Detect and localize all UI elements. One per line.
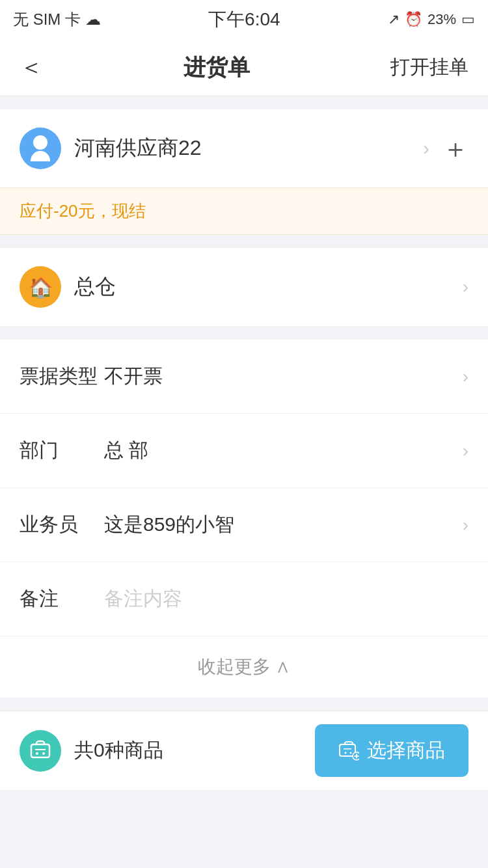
invoice-type-label: 票据类型 [20, 363, 104, 390]
avatar-head [33, 135, 47, 150]
status-time: 下午6:04 [208, 7, 280, 32]
remark-row[interactable]: 备注 备注内容 [0, 562, 488, 636]
salesperson-label: 业务员 [20, 511, 104, 538]
status-right: ↗ ⏰ 23% ▭ [388, 11, 475, 28]
svg-point-2 [42, 752, 45, 755]
nav-bar: ＜ 进货单 打开挂单 [0, 39, 488, 96]
select-product-label: 选择商品 [367, 737, 445, 764]
salesperson-chevron-icon: › [463, 515, 468, 536]
invoice-type-chevron-icon: › [463, 366, 468, 387]
remark-input[interactable]: 备注内容 [104, 586, 468, 612]
collapse-button[interactable]: 收起更多 ∧ [0, 636, 488, 698]
notice-banner: 应付-20元，现结 [0, 187, 488, 235]
warehouse-chevron-icon: › [463, 277, 468, 297]
page-background [0, 790, 488, 868]
bottom-bar: 共0种商品 选择商品 [0, 711, 488, 790]
invoice-type-row[interactable]: 票据类型 不开票 › [0, 339, 488, 413]
avatar-person-shape [31, 135, 50, 161]
back-button[interactable]: ＜ [20, 51, 43, 83]
warehouse-icon: 🏠 [29, 276, 53, 299]
add-supplier-button[interactable]: ＋ [442, 135, 468, 161]
middle-divider-1 [0, 235, 488, 248]
department-value: 总 部 [104, 437, 463, 464]
department-label: 部门 [20, 437, 104, 464]
supplier-chevron-icon: › [423, 137, 429, 159]
form-section: 票据类型 不开票 › 部门 总 部 › 业务员 这是859的小智 › 备注 备注… [0, 339, 488, 698]
status-bar: 无 SIM 卡 ☁ 下午6:04 ↗ ⏰ 23% ▭ [0, 0, 488, 39]
invoice-type-value: 不开票 [104, 363, 463, 390]
status-left: 无 SIM 卡 ☁ [13, 9, 101, 30]
supplier-avatar [20, 128, 61, 169]
department-row[interactable]: 部门 总 部 › [0, 413, 488, 487]
page-title: 进货单 [183, 53, 250, 83]
product-count-label: 共0种商品 [74, 737, 302, 764]
battery-icon: ▭ [461, 11, 475, 28]
supplier-name: 河南供应商22 [74, 134, 423, 163]
alarm-icon: ⏰ [405, 11, 422, 28]
warehouse-icon-wrap: 🏠 [20, 266, 61, 308]
svg-point-1 [36, 752, 38, 755]
warehouse-name: 总仓 [74, 273, 463, 301]
salesperson-value: 这是859的小智 [104, 511, 463, 538]
warehouse-row[interactable]: 🏠 总仓 › [0, 248, 488, 326]
remark-label: 备注 [20, 586, 104, 612]
svg-point-5 [345, 752, 347, 753]
supplier-row[interactable]: 河南供应商22 › ＋ [0, 109, 488, 187]
warehouse-section: 🏠 总仓 › [0, 248, 488, 326]
product-cart-icon [29, 739, 52, 763]
product-icon-wrap [20, 730, 61, 772]
svg-rect-0 [31, 744, 49, 757]
battery-level: 23% [427, 11, 456, 28]
avatar-body [31, 151, 50, 161]
svg-point-6 [350, 752, 352, 753]
bottom-divider [0, 698, 488, 711]
department-chevron-icon: › [463, 441, 468, 461]
location-icon: ↗ [388, 11, 400, 28]
select-product-button[interactable]: 选择商品 [315, 724, 468, 777]
salesperson-row[interactable]: 业务员 这是859的小智 › [0, 487, 488, 562]
supplier-section: 河南供应商22 › ＋ 应付-20元，现结 [0, 109, 488, 235]
middle-divider-2 [0, 326, 488, 339]
open-pending-button[interactable]: 打开挂单 [390, 54, 468, 81]
top-divider [0, 96, 488, 109]
select-product-icon [338, 740, 359, 761]
sim-label: 无 SIM 卡 ☁ [13, 9, 101, 30]
